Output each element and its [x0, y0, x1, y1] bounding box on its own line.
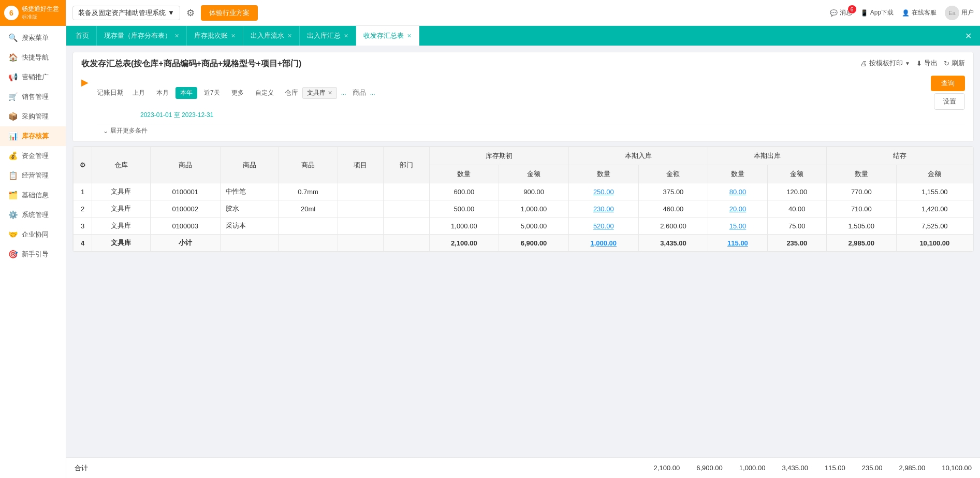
export-action[interactable]: ⬇ 导出 — [916, 59, 938, 68]
header-right-actions: 🖨 按模板打印 ▼ ⬇ 导出 ↻ 刷新 — [860, 59, 965, 68]
row-init-amt: 900.00 — [499, 183, 569, 200]
tab-inout-summary[interactable]: 出入库汇总 ✕ — [300, 26, 356, 46]
date-btn-custom[interactable]: 自定义 — [251, 87, 279, 99]
tab-label: 库存批次账 — [194, 31, 228, 40]
row-spec: 20ml — [279, 200, 338, 218]
sidebar-item-finance[interactable]: 💰 资金管理 — [0, 146, 66, 166]
tab-home[interactable]: 首页 — [68, 26, 97, 46]
sidebar-item-inventory[interactable]: 📊 库存核算 — [0, 126, 66, 146]
out-qty-link[interactable]: 20.00 — [729, 205, 747, 213]
date-btn-this-month[interactable]: 本月 — [152, 87, 173, 99]
row-name: 中性笔 — [220, 183, 279, 200]
sidebar-item-base[interactable]: 🗂️ 基础信息 — [0, 185, 66, 205]
subtotal-in-qty[interactable]: 1,000.00 — [568, 235, 638, 252]
sidebar-item-sales[interactable]: 🛒 销售管理 — [0, 87, 66, 107]
date-btn-more[interactable]: 更多 — [227, 87, 248, 99]
user-action[interactable]: Ea 用户 — [945, 6, 974, 20]
tab-close-icon[interactable]: ✕ — [407, 33, 412, 39]
query-button[interactable]: 查询 — [931, 76, 965, 91]
message-action[interactable]: 💬 消息 6 — [830, 8, 852, 17]
sidebar: 6 畅捷通好生意 标准版 🔍 搜索菜单 🏠 快捷导航 📢 营销推广 🛒 销售管理… — [0, 0, 66, 478]
sidebar-item-label: 采购管理 — [22, 112, 49, 121]
filter-expand-icon[interactable]: ▶ — [81, 77, 89, 88]
subtotal-out-qty[interactable]: 115.00 — [708, 235, 767, 252]
expand-conditions-btn[interactable]: ⌄ 展开更多条件 — [97, 124, 965, 137]
out-qty-link[interactable]: 15.00 — [729, 222, 747, 230]
sidebar-item-system[interactable]: ⚙️ 系统管理 — [0, 205, 66, 225]
sidebar-item-label: 系统管理 — [22, 210, 49, 220]
row-out-qty[interactable]: 80.00 — [708, 183, 767, 200]
warehouse-remove-icon[interactable]: ✕ — [328, 90, 332, 96]
date-btn-last-month[interactable]: 上月 — [128, 87, 150, 99]
tab-close-icon[interactable]: ✕ — [287, 33, 292, 39]
refresh-icon: ↻ — [944, 60, 949, 67]
export-label: 导出 — [924, 59, 938, 68]
row-in-qty[interactable]: 230.00 — [568, 200, 638, 218]
row-project — [338, 183, 383, 200]
date-btn-7days[interactable]: 近7天 — [199, 87, 225, 99]
message-badge: 6 — [848, 5, 856, 13]
tab-close-icon[interactable]: ✕ — [231, 33, 236, 39]
tab-inventory-batch[interactable]: 库存批次账 ✕ — [187, 26, 243, 46]
row-in-qty[interactable]: 250.00 — [568, 183, 638, 200]
row-out-qty[interactable]: 15.00 — [708, 218, 767, 235]
sidebar-item-cooperation[interactable]: 🤝 企业协同 — [0, 225, 66, 244]
row-in-qty[interactable]: 520.00 — [568, 218, 638, 235]
col-balance-amt: 金额 — [896, 165, 973, 183]
col-in-qty: 数量 — [568, 165, 638, 183]
date-btn-this-year[interactable]: 本年 — [175, 87, 197, 99]
settings-button[interactable]: 设置 — [934, 93, 965, 110]
tab-close-icon[interactable]: ✕ — [174, 33, 179, 39]
col-init-amt: 金额 — [499, 165, 569, 183]
row-code: 0100003 — [150, 218, 220, 235]
goods-label: 商品 — [353, 88, 366, 97]
sidebar-logo: 6 畅捷通好生意 标准版 — [0, 0, 66, 26]
subtotal-in-qty-link[interactable]: 1,000.00 — [590, 239, 617, 247]
print-template-action[interactable]: 🖨 按模板打印 ▼ — [860, 59, 910, 68]
tab-close-icon[interactable]: ✕ — [344, 33, 348, 39]
row-init-qty: 500.00 — [429, 200, 499, 218]
warehouse-filter-group: 仓库 文具库 ✕ ... — [285, 87, 346, 99]
tab-inventory-dist[interactable]: 现存量（库存分布表） ✕ — [97, 26, 187, 46]
sidebar-item-purchase[interactable]: 📦 采购管理 — [0, 107, 66, 126]
sidebar-item-search[interactable]: 🔍 搜索菜单 — [0, 28, 66, 48]
footer-balance-qty: 2,985.00 — [899, 464, 926, 472]
system-select[interactable]: 装备及固定资产辅助管理系统 ▼ — [72, 6, 180, 20]
in-qty-link[interactable]: 520.00 — [593, 222, 614, 230]
row-warehouse: 文具库 — [92, 183, 151, 200]
refresh-action[interactable]: ↻ 刷新 — [944, 59, 965, 68]
online-service-action[interactable]: 👤 在线客服 — [902, 8, 937, 17]
warehouse-more-btn[interactable]: ... — [341, 89, 346, 96]
settings-icon[interactable]: ⚙ — [186, 7, 195, 19]
subtotal-out-qty-link[interactable]: 115.00 — [727, 239, 748, 247]
out-qty-link[interactable]: 80.00 — [729, 188, 747, 196]
tab-receive-summary[interactable]: 收发存汇总表 ✕ — [356, 26, 419, 46]
sidebar-item-label: 经营管理 — [22, 171, 49, 180]
sidebar-item-quicknav[interactable]: 🏠 快捷导航 — [0, 48, 66, 67]
sidebar-item-operations[interactable]: 📋 经营管理 — [0, 166, 66, 185]
close-all-tabs[interactable]: ✕ — [959, 31, 978, 41]
table-settings-header[interactable]: ⚙ — [74, 147, 92, 183]
service-icon: 👤 — [902, 9, 910, 17]
trial-button[interactable]: 体验行业方案 — [201, 5, 258, 21]
tab-inout-flow[interactable]: 出入库流水 ✕ — [243, 26, 300, 46]
sales-icon: 🛒 — [8, 92, 18, 102]
base-icon: 🗂️ — [8, 191, 18, 200]
main-content: 收发存汇总表(按仓库+商品编码+商品+规格型号+项目+部门) 🖨 按模板打印 ▼… — [66, 0, 980, 478]
sidebar-item-marketing[interactable]: 📢 营销推广 — [0, 67, 66, 87]
subtotal-empty1 — [220, 235, 279, 252]
sidebar-item-newbie[interactable]: 🎯 新手引导 — [0, 244, 66, 264]
topbar: 装备及固定资产辅助管理系统 ▼ ⚙ 体验行业方案 💬 消息 6 📱 App下载 … — [66, 0, 980, 26]
in-qty-link[interactable]: 230.00 — [593, 205, 614, 213]
row-out-qty[interactable]: 20.00 — [708, 200, 767, 218]
logo-title: 畅捷通好生意 — [22, 5, 59, 13]
table-row: 1 文具库 0100001 中性笔 0.7mm 600.00 900.00 25… — [74, 183, 973, 200]
warehouse-value: 文具库 — [307, 89, 326, 97]
row-index: 3 — [74, 218, 92, 235]
in-qty-link[interactable]: 250.00 — [593, 188, 614, 196]
subtotal-empty4 — [384, 235, 429, 252]
inventory-icon: 📊 — [8, 132, 18, 141]
subtotal-balance-amt: 10,100.00 — [896, 235, 973, 252]
app-download-action[interactable]: 📱 App下载 — [860, 8, 894, 17]
goods-more-btn[interactable]: ... — [370, 89, 375, 96]
